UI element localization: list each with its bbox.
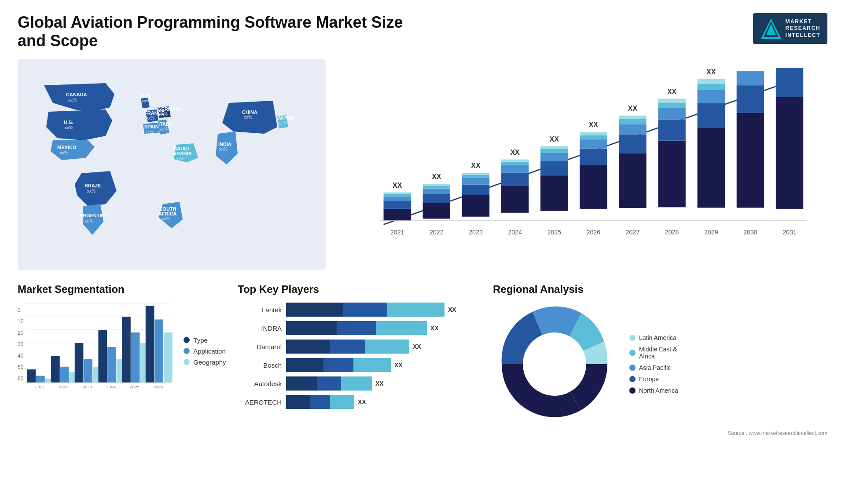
donut-label-latam: Latin America xyxy=(639,334,676,341)
player-bar-indra-inner xyxy=(286,321,427,335)
bar-2027-eu xyxy=(619,135,646,153)
bar-2024-eu xyxy=(501,173,529,186)
bar-2029-eu xyxy=(698,103,725,127)
svg-rect-12 xyxy=(36,376,45,382)
donut-dot-eu xyxy=(629,376,636,382)
bar-2027-me xyxy=(619,119,646,124)
map-svg: CANADA xx% U.S. xx% MEXICO xx% BRAZIL xx… xyxy=(18,59,326,270)
seg-chart-svg: 2021 2022 2023 2024 xyxy=(25,303,175,399)
player-val-damarel: XX xyxy=(413,343,421,350)
bar-2021-me xyxy=(384,194,411,196)
svg-text:2025: 2025 xyxy=(130,384,140,389)
player-seg3 xyxy=(353,358,391,372)
bar-2028-year: 2028 xyxy=(665,229,679,236)
brazil-label: BRAZIL xyxy=(84,183,103,188)
player-row-damarel: Damarel XX xyxy=(238,340,484,354)
southafrica-label2: AFRICA xyxy=(158,211,177,216)
bar-2022-year: 2022 xyxy=(430,229,444,236)
donut-label-mea: Middle East &Africa xyxy=(639,346,677,360)
saudi-value: xx% xyxy=(176,156,184,161)
legend-application: Application xyxy=(184,347,226,355)
bar-2023-la xyxy=(462,173,489,175)
bar-2025-la xyxy=(540,146,568,149)
bar-2026-me xyxy=(580,135,607,139)
top-section: CANADA xx% U.S. xx% MEXICO xx% BRAZIL xx… xyxy=(18,59,827,270)
player-seg2 xyxy=(323,358,353,372)
svg-text:2024: 2024 xyxy=(106,384,116,389)
player-bar-bosch-inner xyxy=(286,358,391,372)
svg-text:2021: 2021 xyxy=(35,384,45,389)
mexico-label: MEXICO xyxy=(57,145,77,150)
germany-value: xx% xyxy=(159,112,168,117)
donut-dot-latam xyxy=(629,335,636,341)
bar-2026-year: 2026 xyxy=(587,229,601,236)
bar-2028-la xyxy=(658,99,685,102)
bar-2021-na xyxy=(384,209,411,221)
donut-dot-na xyxy=(629,387,636,394)
world-map: CANADA xx% U.S. xx% MEXICO xx% BRAZIL xx… xyxy=(18,59,326,270)
bar-2027-na xyxy=(619,153,646,208)
bar-2025-label: XX xyxy=(550,135,559,143)
donut-hole xyxy=(523,332,586,396)
legend-application-label: Application xyxy=(193,347,225,355)
bar-2026-na xyxy=(580,165,607,209)
usa-path xyxy=(46,110,112,140)
bar-2030-label: XX xyxy=(746,68,755,69)
mexico-value: xx% xyxy=(60,150,68,155)
donut-legend-na: North America xyxy=(629,387,678,394)
bar-2023-na xyxy=(462,195,489,217)
player-val-indra: XX xyxy=(430,325,439,332)
usa-value: xx% xyxy=(65,125,73,130)
donut-legend-eu: Europe xyxy=(629,376,678,383)
donut-legend: Latin America Middle East &Africa Asia P… xyxy=(629,334,678,394)
player-val-lantek: XX xyxy=(448,306,456,313)
legend-type-label: Type xyxy=(193,336,208,344)
player-bar-bosch: XX xyxy=(286,358,484,372)
player-seg2 xyxy=(343,303,387,317)
player-seg1 xyxy=(286,358,323,372)
seg-container: 60 50 40 30 20 10 0 2 xyxy=(18,303,229,399)
player-val-bosch: XX xyxy=(394,362,403,369)
y-axis: 60 50 40 30 20 10 0 xyxy=(18,307,23,395)
bar-2031-eu xyxy=(776,68,803,97)
players-title: Top Key Players xyxy=(238,283,484,296)
player-val-autodesk: XX xyxy=(375,380,384,387)
player-seg2 xyxy=(337,321,376,335)
donut-dot-mea xyxy=(629,350,636,356)
usa-label: U.S. xyxy=(64,120,73,125)
southafrica-value: xx% xyxy=(162,216,170,221)
india-label: INDIA xyxy=(218,142,231,147)
italy-value: xx% xyxy=(159,127,168,131)
donut-label-ap: Asia Pacific xyxy=(639,364,671,371)
players-section: Top Key Players Lantek XX INDRA xyxy=(238,283,484,436)
svg-rect-11 xyxy=(27,369,36,383)
uk-label: U.K. xyxy=(141,93,151,99)
player-seg3 xyxy=(376,321,427,335)
donut-legend-ap: Asia Pacific xyxy=(629,364,678,371)
bar-2025-ap xyxy=(540,153,568,161)
source-text: Source : www.marketresearchintellect.com xyxy=(493,430,827,436)
bar-2024-year: 2024 xyxy=(508,229,522,236)
bar-2026-label: XX xyxy=(589,121,599,128)
bar-2030-year: 2030 xyxy=(743,229,757,236)
player-bar-damarel: XX xyxy=(286,340,484,354)
italy-label: ITALY xyxy=(158,121,172,127)
bar-2021-label: XX xyxy=(393,181,402,189)
bar-2024-na xyxy=(501,185,529,212)
legend-type-dot xyxy=(184,337,190,343)
player-bar-lantek: XX xyxy=(286,303,484,317)
bar-2031-na xyxy=(776,97,803,209)
argentina-value: xx% xyxy=(84,219,93,223)
svg-rect-15 xyxy=(51,356,60,383)
bar-2023-me xyxy=(462,175,489,178)
bar-2024-la xyxy=(501,160,529,162)
logo-icon xyxy=(760,18,782,40)
bar-2022-la xyxy=(423,184,450,186)
bar-2028-ap xyxy=(658,108,685,120)
player-seg3 xyxy=(341,376,372,391)
player-row-bosch: Bosch XX xyxy=(238,358,484,372)
page-title: Global Aviation Programming Software Mar… xyxy=(18,13,414,50)
legend-geography-dot xyxy=(184,359,190,365)
spain-label: SPAIN xyxy=(144,124,159,129)
logo: MARKET RESEARCH INTELLECT xyxy=(753,13,828,44)
